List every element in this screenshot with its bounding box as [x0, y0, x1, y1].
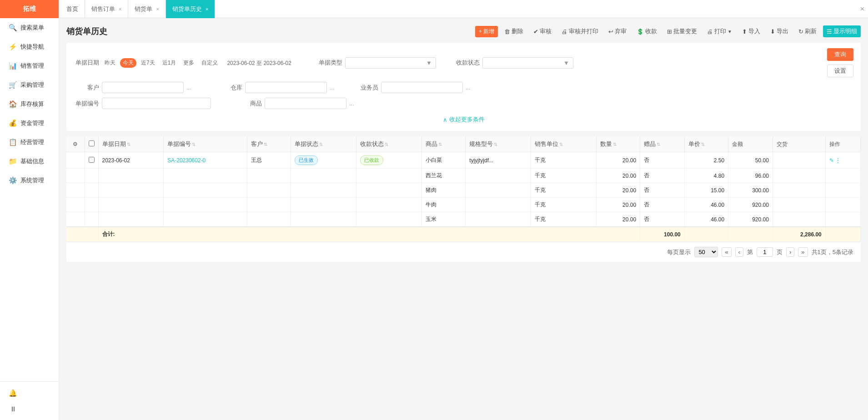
col-price: 单价⇅ — [684, 136, 728, 152]
first-page-button[interactable]: « — [722, 247, 731, 257]
refresh-button[interactable]: ↻ 刷新 — [795, 25, 820, 37]
customer-ellipsis[interactable]: ... — [186, 84, 191, 91]
more-action[interactable]: ⋮ — [835, 157, 841, 164]
setting-button[interactable]: 设置 — [827, 65, 853, 77]
export-button[interactable]: ⬇ 导出 — [767, 25, 792, 37]
audit-icon: ✔ — [533, 28, 538, 35]
row-goods-2: 猪肉 — [421, 183, 465, 198]
select-all-checkbox[interactable] — [89, 140, 95, 146]
print-button[interactable]: 🖨 打印 ▼ — [703, 25, 736, 37]
sidebar-item-inventory[interactable]: 🏠 库存核算 — [0, 95, 59, 114]
sidebar-bottom-pause[interactable]: ⏸ — [0, 401, 59, 416]
batch-change-button[interactable]: ⊞ 批量变更 — [663, 25, 701, 37]
filter-date-group: 单据日期 昨天 今天 近7天 近1月 更多 自定义 2023-06-02 至 2… — [74, 58, 291, 68]
sidebar-item-search-menu[interactable]: 🔍 搜索菜单 — [0, 18, 59, 37]
data-table: ⚙ 单据日期⇅ 单据编号⇅ 客户⇅ 单据状态⇅ 收款状态⇅ 商品⇅ 规格型号⇅ … — [66, 136, 861, 242]
date-shortcut-more[interactable]: 更多 — [181, 58, 197, 68]
sidebar-item-ops[interactable]: 📋 经营管理 — [0, 133, 59, 152]
collect-icon: 💲 — [637, 28, 644, 35]
tab-sales-history[interactable]: 销货单历史 × — [166, 0, 215, 18]
tab-sales-order[interactable]: 销售订单 × — [85, 0, 128, 18]
sort-docno-icon[interactable]: ⇅ — [192, 142, 196, 147]
sidebar-item-finance[interactable]: 💰 资金管理 — [0, 114, 59, 133]
abandon-button[interactable]: ↩ 弃审 — [605, 25, 630, 37]
main-area: 首页 销售订单 × 销货单 × 销货单历史 × × 销货单历史 + 新增 🗑 删… — [59, 0, 868, 420]
row-amount-1: 96.00 — [728, 169, 773, 183]
sidebar-item-sales-mgmt[interactable]: 📊 销售管理 — [0, 56, 59, 75]
sort-spec-icon[interactable]: ⇅ — [494, 142, 497, 147]
date-shortcut-today[interactable]: 今天 — [120, 58, 136, 68]
show-detail-button[interactable]: ☰ 显示明细 — [823, 25, 861, 37]
filter-row-2: 客户 ... 仓库 ... 业务员 ... — [74, 82, 853, 93]
last-page-button[interactable]: » — [798, 247, 808, 257]
filter-row-1: 单据日期 昨天 今天 近7天 近1月 更多 自定义 2023-06-02 至 2… — [74, 48, 853, 77]
row-checkbox-2 — [85, 183, 98, 198]
warehouse-ellipsis[interactable]: ... — [330, 84, 335, 91]
col-date: 单据日期⇅ — [98, 136, 164, 152]
edit-action[interactable]: ✎ — [829, 157, 834, 164]
collect-button[interactable]: 💲 收款 — [633, 25, 661, 37]
sort-docstatus-icon[interactable]: ⇅ — [319, 142, 323, 147]
goods-ellipsis[interactable]: ... — [349, 100, 354, 107]
sort-date-icon[interactable]: ⇅ — [127, 142, 130, 147]
import-button[interactable]: ⬆ 导入 — [738, 25, 764, 37]
next-page-button[interactable]: › — [786, 247, 794, 257]
warehouse-input[interactable] — [245, 82, 327, 93]
delete-button[interactable]: 🗑 删除 — [501, 25, 527, 37]
collapse-filter-button[interactable]: ∧ 收起更多条件 — [74, 114, 853, 125]
date-shortcut-yesterday[interactable]: 昨天 — [102, 58, 118, 68]
sidebar-item-label: 基础信息 — [20, 157, 44, 165]
employee-ellipsis[interactable]: ... — [466, 84, 471, 91]
sidebar-item-base-info[interactable]: 📁 基础信息 — [0, 152, 59, 171]
sort-price-icon[interactable]: ⇅ — [701, 142, 705, 147]
docno-input[interactable] — [102, 98, 211, 109]
sort-gift-icon[interactable]: ⇅ — [657, 142, 660, 147]
prev-page-button[interactable]: ‹ — [735, 247, 743, 257]
audit-print-button[interactable]: 🖨 审核并打印 — [558, 25, 602, 37]
employee-input[interactable] — [381, 82, 463, 93]
doc-no-link[interactable]: SA-20230602-0 — [167, 157, 206, 164]
query-button[interactable]: 查询 — [827, 48, 853, 61]
goods-input[interactable] — [265, 98, 346, 109]
row-date-0: 2023-06-02 — [98, 152, 164, 169]
sort-qty-icon[interactable]: ⇅ — [613, 142, 617, 147]
filter-type-group: 单据类型 ▼ — [317, 57, 436, 69]
row-qty-3: 20.00 — [596, 198, 640, 212]
tab-sales-delivery-close[interactable]: × — [156, 6, 159, 12]
row-docstatus-3 — [291, 198, 356, 212]
row-checkbox[interactable] — [89, 157, 95, 163]
new-button[interactable]: + 新增 — [475, 26, 498, 37]
col-gear[interactable]: ⚙ — [66, 136, 85, 152]
customer-input[interactable] — [102, 82, 184, 93]
sort-customer-icon[interactable]: ⇅ — [264, 142, 267, 147]
tab-sales-delivery[interactable]: 销货单 × — [128, 0, 166, 18]
cart-icon: 🛒 — [9, 81, 17, 89]
sidebar-item-purchase-mgmt[interactable]: 🛒 采购管理 — [0, 75, 59, 95]
sidebar-item-sys-mgmt[interactable]: ⚙️ 系统管理 — [0, 171, 59, 190]
date-shortcut-1month[interactable]: 近1月 — [160, 58, 179, 68]
pay-status-select[interactable]: ▼ — [482, 57, 573, 69]
date-shortcut-7days[interactable]: 近7天 — [138, 58, 158, 68]
per-page-select[interactable]: 50 100 — [694, 247, 718, 257]
close-all-tabs-button[interactable]: × — [860, 5, 864, 13]
sort-goods-icon[interactable]: ⇅ — [438, 142, 442, 147]
chart-icon: 📊 — [9, 62, 17, 70]
sort-paystatus-icon[interactable]: ⇅ — [385, 142, 388, 147]
audit-button[interactable]: ✔ 审核 — [530, 25, 555, 37]
col-unit: 销售单位⇅ — [531, 136, 597, 152]
row-unit-0: 千克 — [531, 152, 597, 169]
row-paystatus-2 — [356, 183, 422, 198]
row-spec-3 — [466, 198, 531, 212]
tab-home[interactable]: 首页 — [63, 0, 85, 18]
sidebar-logo: 拓维 — [0, 0, 59, 18]
row-trade-3 — [773, 198, 825, 212]
type-select[interactable]: ▼ — [345, 57, 436, 69]
page-number-input[interactable] — [757, 247, 773, 257]
sidebar-item-quick-nav[interactable]: ⚡ 快捷导航 — [0, 37, 59, 56]
sort-unit-icon[interactable]: ⇅ — [559, 142, 563, 147]
date-shortcut-custom[interactable]: 自定义 — [199, 58, 221, 68]
tab-sales-order-close[interactable]: × — [119, 6, 121, 12]
tab-sales-history-close[interactable]: × — [206, 6, 208, 12]
row-docno-0[interactable]: SA-20230602-0 — [164, 152, 247, 169]
sidebar-bottom-notifications[interactable]: 🔔 — [0, 385, 59, 401]
